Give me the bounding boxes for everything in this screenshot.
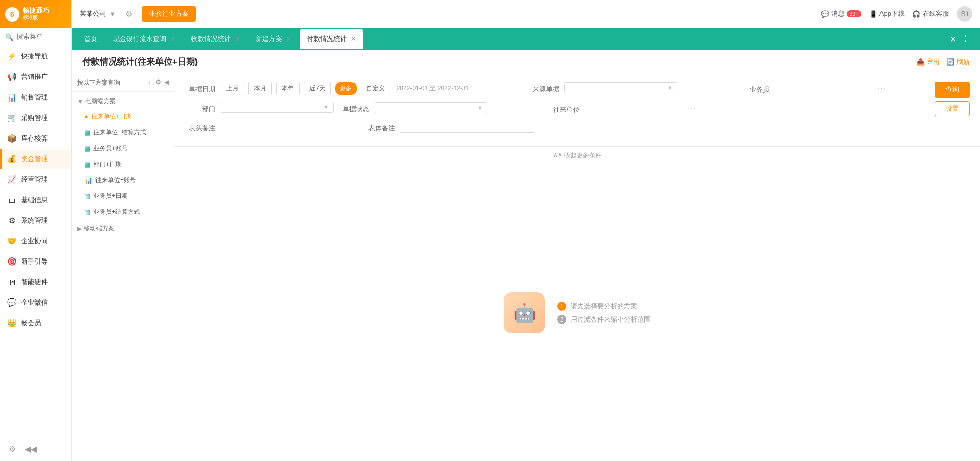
user-avatar[interactable]: Rit xyxy=(957,6,972,22)
sidebar-item-marketing[interactable]: 📢 营销推广 xyxy=(0,67,71,87)
query-btn[interactable]: 查询 xyxy=(935,82,970,98)
body-note-label: 表体备注 xyxy=(364,121,395,133)
doc-status-select[interactable]: ▼ xyxy=(375,102,487,113)
customer-service-btn[interactable]: 🎧 在线客服 xyxy=(912,9,949,18)
scheme-item-staff-settle[interactable]: ▦ 业务员+结算方式 xyxy=(72,204,174,220)
company-selector[interactable]: 某某公司 ▼ xyxy=(80,9,116,18)
source-doc-select[interactable]: ▼ xyxy=(564,82,677,93)
table-icon: ▦ xyxy=(84,129,90,136)
date-more-btn[interactable]: 更多 xyxy=(335,82,357,95)
scheme-item-partner-date[interactable]: ● 往来单位+日期 xyxy=(72,109,174,125)
filter-settings-btn[interactable]: 设置 xyxy=(935,101,970,116)
tab-bank-flow-close[interactable]: ✕ xyxy=(170,35,175,43)
header-note-input[interactable] xyxy=(221,121,354,132)
tab-payment-close[interactable]: ✕ xyxy=(351,35,356,43)
tab-home[interactable]: 首页 xyxy=(77,29,105,49)
empty-wrap: 🤖 1 请先选择要分析的方案 2 用过滤条件来缩小分析范围 xyxy=(504,292,651,333)
scheme-item-staff-account[interactable]: ▦ 业务员+账号 xyxy=(72,141,174,156)
scheme-panel: 按以下方案查询 ＋ ⚙ ◀ ▼ 电脑端方案 xyxy=(72,74,174,461)
hint-num-1: 1 xyxy=(557,302,566,311)
collapse-label: 收起更多条件 xyxy=(564,151,601,160)
scheme-item-label: 往来单位+账号 xyxy=(95,176,136,185)
date-this-year-btn[interactable]: 本年 xyxy=(276,82,300,95)
hint-text-1: 请先选择要分析的方案 xyxy=(571,302,637,311)
scheme-item-label: 业务员+账号 xyxy=(93,144,128,153)
doc-status-arrow: ▼ xyxy=(477,105,483,111)
empty-state: 🤖 1 请先选择要分析的方案 2 用过滤条件来缩小分析范围 xyxy=(174,164,980,461)
sidebar-item-label: 快捷导航 xyxy=(21,52,48,61)
sidebar-item-hardware[interactable]: 🖥 智能硬件 xyxy=(0,272,71,292)
sidebar-item-enterprise[interactable]: 🤝 企业协同 xyxy=(0,231,71,251)
sidebar-item-finance[interactable]: 💰 资金管理 xyxy=(0,149,71,169)
page-title: 付款情况统计(往来单位+日期) xyxy=(82,56,198,68)
tab-close-all-btn[interactable]: ✕ xyxy=(948,32,958,46)
sidebar: 6 畅捷通巧 标准版 🔍 搜索菜单 ⚡ 快捷导航 📢 营销推广 📊 销售管理 🛒… xyxy=(0,0,72,461)
logo-icon: 6 xyxy=(5,7,19,22)
scheme-group-desktop-header[interactable]: ▼ 电脑端方案 xyxy=(72,94,174,109)
footer-settings-icon[interactable]: ⚙ xyxy=(5,442,19,456)
sidebar-item-guide[interactable]: 🎯 新手引导 xyxy=(0,251,71,272)
partner-label: 往来单位 xyxy=(549,102,580,114)
sidebar-item-quick-nav[interactable]: ⚡ 快捷导航 xyxy=(0,46,71,67)
tab-collection-close[interactable]: ✕ xyxy=(235,35,240,43)
empty-hint-1: 1 请先选择要分析的方案 xyxy=(557,302,651,311)
sidebar-item-sales[interactable]: 📊 销售管理 xyxy=(0,87,71,108)
footer-collapse-icon[interactable]: ◀◀ xyxy=(24,442,38,456)
sidebar-item-member[interactable]: 👑 畅会员 xyxy=(0,313,71,333)
filter-container: 单据日期 上月 本月 本年 近7天 更多 自定义 2022-01-01 至 20… xyxy=(174,74,980,147)
quick-nav-icon: ⚡ xyxy=(7,51,17,62)
tab-new-scheme-label: 新建方案 xyxy=(256,34,282,44)
date-this-month-btn[interactable]: 本月 xyxy=(248,82,272,95)
sidebar-item-inventory[interactable]: 📦 库存核算 xyxy=(0,128,71,149)
tab-new-scheme-close[interactable]: ✕ xyxy=(286,35,291,43)
scheme-settings-icon[interactable]: ⚙ xyxy=(155,78,161,87)
body-note-input[interactable] xyxy=(400,121,534,133)
chevron-right-icon: ▶ xyxy=(77,225,82,232)
partner-field[interactable]: ··· xyxy=(585,102,698,114)
sidebar-item-basic[interactable]: 🗂 基础信息 xyxy=(0,190,71,210)
scheme-header: 按以下方案查询 ＋ ⚙ ◀ xyxy=(72,74,174,92)
chart-icon: 📊 xyxy=(84,176,92,184)
export-label: 导出 xyxy=(927,57,940,67)
scheme-group-mobile-label: 移动端方案 xyxy=(84,224,114,233)
sidebar-item-weixin[interactable]: 💬 企业微信 xyxy=(0,292,71,313)
message-badge: 99+ xyxy=(847,10,861,17)
filter-row-dept: 部门 ▼ 单据状态 ▼ 往来单 xyxy=(185,102,918,114)
sidebar-item-label: 企业协同 xyxy=(21,236,48,246)
tab-collection-stats[interactable]: 收款情况统计 ✕ xyxy=(184,29,247,49)
header-settings-btn[interactable]: ⚙ xyxy=(121,6,136,22)
trial-industry-btn[interactable]: 体验行业方案 xyxy=(142,6,196,22)
scheme-group-mobile-header[interactable]: ▶ 移动端方案 xyxy=(72,221,174,236)
tab-payment-stats[interactable]: 付款情况统计 ✕ xyxy=(300,29,363,49)
sidebar-item-operation[interactable]: 📈 经营管理 xyxy=(0,169,71,190)
hardware-icon: 🖥 xyxy=(7,277,17,287)
tab-bank-flow-label: 现金银行流水查询 xyxy=(113,34,166,44)
tab-new-scheme[interactable]: 新建方案 ✕ xyxy=(248,29,299,49)
sales-icon: 📊 xyxy=(7,92,17,103)
scheme-item-partner-account[interactable]: 📊 往来单位+账号 xyxy=(72,172,174,188)
date-custom-btn[interactable]: 自定义 xyxy=(361,82,390,95)
date-last-7days-btn[interactable]: 近7天 xyxy=(304,82,331,95)
scheme-collapse-icon[interactable]: ◀ xyxy=(164,78,169,87)
scheme-item-dept-date[interactable]: ▦ 部门+日期 xyxy=(72,156,174,172)
tab-bank-flow[interactable]: 现金银行流水查询 ✕ xyxy=(106,29,183,49)
message-btn[interactable]: 💬 消息 99+ xyxy=(821,9,861,18)
scheme-add-icon[interactable]: ＋ xyxy=(146,78,152,87)
scheme-item-staff-date[interactable]: ▦ 业务员+日期 xyxy=(72,188,174,204)
tab-maximize-btn[interactable]: ⛶ xyxy=(963,32,975,46)
export-btn[interactable]: 📤 导出 xyxy=(916,57,940,67)
app-download-btn[interactable]: 📱 App下载 xyxy=(869,9,905,18)
system-icon: ⚙ xyxy=(7,215,17,226)
sidebar-item-label: 营销推广 xyxy=(21,72,48,82)
scheme-item-partner-settle[interactable]: ▦ 往来单位+结算方式 xyxy=(72,125,174,141)
sidebar-item-system[interactable]: ⚙ 系统管理 xyxy=(0,210,71,231)
collapse-bar[interactable]: ∧∧ 收起更多条件 xyxy=(174,147,980,164)
page-content: 付款情况统计(往来单位+日期) 📤 导出 🔄 刷新 按以下方案查询 ＋ xyxy=(72,50,980,461)
staff-field[interactable]: ··· xyxy=(775,82,888,94)
header-note-label: 表头备注 xyxy=(185,121,215,133)
date-last-month-btn[interactable]: 上月 xyxy=(221,82,244,95)
refresh-btn[interactable]: 🔄 刷新 xyxy=(946,57,970,67)
dept-select[interactable]: ▼ xyxy=(221,102,334,113)
search-menu[interactable]: 🔍 搜索菜单 xyxy=(0,28,71,46)
sidebar-item-purchase[interactable]: 🛒 采购管理 xyxy=(0,108,71,128)
